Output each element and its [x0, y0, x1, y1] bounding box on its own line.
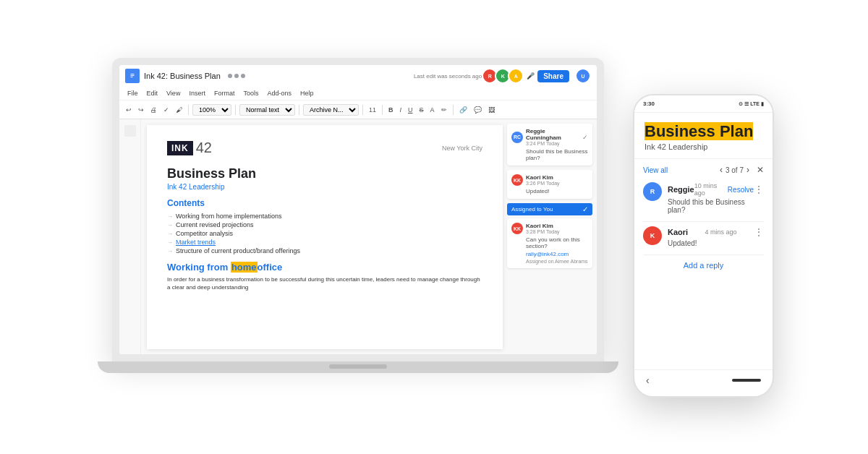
phone-comments-section: View all ‹ 3 of 7 › ✕ R	[634, 159, 773, 281]
comment-2-text: Updated!	[526, 188, 588, 194]
comment-1-header: RC Reggie Cunningham 3:24 PM Today ✓	[511, 128, 588, 146]
separator-4	[362, 105, 363, 115]
phone-comment-1-name: Reggie	[668, 185, 694, 194]
comment-1-text: Should this be Business plan?	[526, 148, 588, 161]
toc-item-4: →Market trends	[167, 239, 482, 246]
phone-divider-1	[643, 221, 764, 222]
comment-2-name: Kaori Kim	[526, 174, 560, 181]
docs-menu-bar: File Edit View Insert Format Tools Add-o…	[119, 87, 597, 100]
comment-2-avatar: KK	[511, 174, 523, 186]
sidebar-toggle[interactable]	[124, 125, 136, 137]
share-button[interactable]: Share	[537, 70, 569, 82]
assigned-meta: Kaori Kim 3:28 PM Today	[526, 223, 560, 234]
highlight-button[interactable]: ✏	[439, 106, 449, 114]
toc-item-2: →Current revised projections	[167, 221, 482, 228]
svg-rect-1	[131, 74, 135, 74]
phone-comment-2-avatar: K	[643, 226, 662, 245]
image-button[interactable]: 🖼	[486, 106, 497, 114]
user-avatar: U	[575, 68, 591, 84]
battery-icon: ▮	[761, 101, 764, 107]
phone-doc-header: Business Plan Ink 42 Leadership	[634, 113, 773, 159]
paint-format-button[interactable]: 🖌	[174, 106, 184, 114]
comment-1-check: ✓	[582, 134, 588, 141]
add-reply-button[interactable]: Add a reply	[652, 261, 755, 270]
ink-location: New York City	[442, 145, 482, 152]
svg-rect-2	[131, 75, 135, 76]
comment-nav-count: 3 of 7	[726, 166, 744, 174]
phone-back-arrow[interactable]: ‹	[646, 374, 650, 386]
bold-button[interactable]: B	[386, 106, 396, 114]
style-select[interactable]: Normal text	[239, 104, 295, 116]
menu-tools[interactable]: Tools	[241, 89, 260, 98]
view-all-link[interactable]: View all	[643, 166, 668, 174]
font-size[interactable]: 11	[367, 106, 378, 114]
phone-comment-1-header: Reggie 10 mins ago Resolve ⋮	[668, 182, 764, 197]
redo-button[interactable]: ↪	[136, 106, 146, 114]
comment-2-header: KK Kaori Kim 3:26 PM Today	[511, 174, 588, 186]
separator-6	[453, 105, 454, 115]
separator-2	[235, 105, 236, 115]
italic-button[interactable]: I	[398, 106, 404, 114]
comment-prev[interactable]: ‹	[720, 165, 723, 175]
doc-para: In order for a business transformation t…	[167, 275, 482, 291]
resolve-button[interactable]: Resolve	[728, 186, 754, 194]
font-select[interactable]: Archive N...	[303, 104, 359, 116]
comment-1-name: Reggie Cunningham	[526, 128, 579, 141]
link-button[interactable]: 🔗	[457, 106, 469, 114]
assigned-time: 3:28 PM Today	[526, 229, 560, 234]
phone-doc-subtitle: Ink 42 Leadership	[644, 142, 762, 151]
doc-page: INK 42 New York City Business Plan Ink 4…	[147, 125, 503, 349]
menu-edit[interactable]: Edit	[145, 89, 161, 98]
more-button-2[interactable]: ⋮	[754, 226, 764, 238]
spellcheck-button[interactable]: ✓	[161, 106, 171, 114]
text-color-button[interactable]: A	[428, 106, 437, 114]
menu-addons[interactable]: Add-ons	[265, 89, 294, 98]
more-button-1[interactable]: ⋮	[754, 184, 764, 195]
phone-view-all-bar: View all ‹ 3 of 7 › ✕	[643, 165, 764, 175]
toc-item-1: →Working from home implementations	[167, 213, 482, 220]
zoom-select[interactable]: 100%	[192, 104, 231, 116]
avatar-3: A	[508, 68, 524, 84]
menu-view[interactable]: View	[164, 89, 182, 98]
signal-icon: LTE	[750, 101, 760, 106]
doc-sidebar	[119, 119, 141, 354]
print-button[interactable]: 🖨	[148, 106, 159, 114]
phone-comment-2-body: Kaori 4 mins ago ⋮ Updated!	[668, 226, 764, 247]
ink-header: INK 42 New York City	[167, 140, 482, 156]
assigned-name: Kaori Kim	[526, 223, 560, 229]
docs-title-icons	[228, 74, 245, 78]
separator-3	[299, 105, 299, 115]
cloud-icon	[234, 74, 239, 78]
phone-comment-2-header: Kaori 4 mins ago ⋮	[668, 226, 764, 238]
menu-help[interactable]: Help	[298, 89, 316, 98]
menu-insert[interactable]: Insert	[187, 89, 208, 98]
comment-next[interactable]: ›	[746, 165, 749, 175]
phone-status-bar: 3:30 ⊙ ☰ LTE ▮	[634, 95, 773, 113]
doc-toc: →Working from home implementations →Curr…	[167, 213, 482, 254]
menu-file[interactable]: File	[125, 89, 140, 98]
comment-1-avatar: RC	[511, 132, 523, 143]
scene: Ink 42: Business Plan Last edit was seco…	[0, 0, 868, 454]
ink-logo-num: 42	[196, 140, 212, 156]
underline-button[interactable]: U	[406, 106, 415, 114]
more-icon	[241, 74, 245, 78]
undo-button[interactable]: ↩	[124, 106, 134, 114]
contents-title: Contents	[167, 198, 482, 208]
docs-title-bar: Ink 42: Business Plan Last edit was seco…	[119, 65, 597, 87]
comment-2-time: 3:26 PM Today	[526, 181, 560, 186]
phone-time: 3:30	[643, 100, 655, 107]
alarm-icon: ⊙	[739, 101, 743, 107]
wifi-icon: ☰	[744, 101, 749, 107]
strikethrough-button[interactable]: S	[417, 106, 426, 114]
phone-bottom-bar: ‹	[634, 369, 773, 390]
phone-doc-title: Business Plan	[644, 123, 762, 140]
section-title-2: Working from homeoffice	[167, 262, 482, 273]
assigned-label: Assigned to You	[511, 206, 553, 213]
star-icon	[228, 74, 232, 78]
comment-card-2: KK Kaori Kim 3:26 PM Today Updated!	[507, 170, 592, 199]
menu-format[interactable]: Format	[212, 89, 237, 98]
laptop: Ink 42: Business Plan Last edit was seco…	[112, 58, 604, 390]
comment-button[interactable]: 💬	[472, 106, 484, 114]
docs-format-bar: ↩ ↪ 🖨 ✓ 🖌 100% Normal text	[119, 100, 597, 119]
comment-close[interactable]: ✕	[757, 165, 764, 175]
